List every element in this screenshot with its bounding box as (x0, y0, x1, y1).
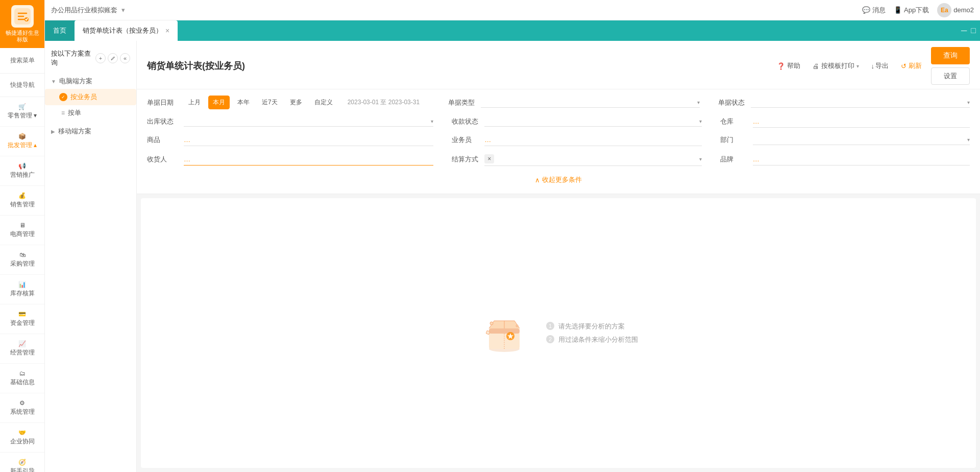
goods-ellipsis: … (184, 136, 190, 144)
sidebar-item-guide[interactable]: 🧭 新手引导 (0, 453, 44, 472)
sidebar-item-marketing[interactable]: 📢 营销推广 (0, 156, 44, 186)
date-last-month[interactable]: 上月 (184, 96, 205, 109)
scheme-group-mobile-header[interactable]: ▶ 移动端方案 (51, 124, 130, 139)
warehouse-ellipsis: … (753, 117, 760, 125)
help-icon: ❓ (777, 62, 785, 70)
scheme-active-dot: ✓ (59, 93, 67, 101)
add-scheme-button[interactable]: + (95, 53, 106, 63)
tab-home[interactable]: 首页 (45, 20, 75, 41)
svg-point-8 (490, 322, 493, 325)
hint-num-2: 2 (546, 335, 554, 343)
sidebar-item-enterprise[interactable]: 🤝 企业协同 (0, 423, 44, 453)
dept-label: 部门 (720, 135, 749, 145)
sidebar-item-operations[interactable]: 📈 经营管理 (0, 334, 44, 364)
sidebar: 畅捷通好生意 标版 搜索菜单 快捷导航 🛒 零售管理 ▾ 📦 批发管理 ▴ 📢 … (0, 0, 45, 472)
breadcrumb: 办公用品行业模拟账套 (51, 6, 117, 15)
stock-status-label: 出库状态 (147, 117, 176, 126)
staff-ellipsis: … (484, 136, 491, 144)
warehouse-select[interactable]: … (753, 115, 970, 128)
breadcrumb-arrow[interactable]: ▾ (121, 6, 125, 14)
tab-close-icon[interactable]: × (165, 27, 169, 34)
sidebar-item-finance[interactable]: 💳 资金管理 (0, 304, 44, 334)
export-button[interactable]: ↓ 导出 (868, 59, 892, 73)
print-button[interactable]: 🖨 按模板打印 ▾ (810, 59, 862, 73)
payment-method-select[interactable]: × ▾ (484, 152, 701, 166)
phone-icon: 📱 (894, 6, 902, 14)
settings-button[interactable]: 设置 (931, 67, 970, 85)
left-panel: 按以下方案查询 + « ▼ 电脑端方案 ✓ 按业务员 (45, 41, 137, 472)
filter-area: 单据日期 上月 本月 本年 近7天 更多 自定义 2023-03-01 至 20… (137, 89, 980, 194)
query-button[interactable]: 查询 (931, 47, 970, 64)
page-actions: ❓ 帮助 🖨 按模板打印 ▾ ↓ 导出 ↺ 刷新 (774, 47, 970, 85)
sidebar-item-inventory[interactable]: 📊 库存核算 (0, 275, 44, 304)
logo-area[interactable]: 畅捷通好生意 标版 (0, 0, 44, 48)
scheme-item-by-order[interactable]: ≡ 按单 (45, 105, 136, 121)
collapse-panel-button[interactable]: « (120, 53, 130, 63)
date-more[interactable]: 更多 (285, 96, 307, 109)
help-button[interactable]: ❓ 帮助 (774, 59, 803, 73)
filter-row-2: 出库状态 ▾ 收款状态 ▾ 仓库 (147, 115, 970, 128)
refresh-icon: ↺ (901, 62, 906, 70)
date-this-year[interactable]: 本年 (233, 96, 254, 109)
refresh-button[interactable]: ↺ 刷新 (898, 59, 925, 73)
sidebar-item-retail[interactable]: 🛒 零售管理 ▾ (0, 97, 44, 127)
date-custom[interactable]: 自定义 (310, 96, 337, 109)
base-icon: 🗂 (3, 370, 42, 377)
user-menu[interactable]: Ea demo2 (937, 3, 974, 17)
doc-type-group: 单据类型 ▾ (448, 98, 700, 108)
goods-select[interactable]: … (184, 134, 433, 146)
collapse-button[interactable]: ∧ 收起更多条件 (147, 172, 970, 187)
doc-status-group: 单据状态 ▾ (718, 98, 970, 108)
payment-status-select[interactable]: ▾ (484, 116, 701, 127)
staff-label: 业务员 (452, 135, 480, 145)
edit-scheme-button[interactable] (108, 53, 118, 63)
scheme-item-by-staff[interactable]: ✓ 按业务员 (45, 89, 136, 105)
doc-type-dropdown-icon: ▾ (697, 100, 700, 105)
print-dropdown-icon[interactable]: ▾ (856, 63, 859, 69)
message-icon: 💬 (862, 6, 870, 14)
sidebar-item-purchase[interactable]: 🛍 采购管理 (0, 245, 44, 275)
sidebar-item-ecommerce[interactable]: 🖥 电商管理 (0, 216, 44, 245)
brand-select[interactable]: … (753, 153, 970, 166)
operations-icon: 📈 (3, 340, 42, 347)
sidebar-item-base[interactable]: 🗂 基础信息 (0, 364, 44, 393)
app-download-button[interactable]: 📱 App下载 (894, 6, 929, 15)
sidebar-item-wholesale[interactable]: 📦 批发管理 ▴ (0, 127, 44, 156)
brand-group: 品牌 … (720, 153, 970, 166)
quick-nav[interactable]: 快捷导航 (0, 74, 44, 97)
payment-method-dropdown-icon: ▾ (699, 156, 702, 162)
right-content: 销货单统计表(按业务员) ❓ 帮助 🖨 按模板打印 ▾ ↓ 导出 (137, 41, 980, 472)
marketing-icon: 📢 (3, 162, 42, 170)
date-last7[interactable]: 近7天 (257, 96, 282, 109)
svg-rect-10 (486, 331, 490, 335)
staff-select[interactable]: … (484, 134, 701, 146)
search-menu-label[interactable]: 搜索菜单 (0, 53, 44, 68)
ecommerce-icon: 🖥 (3, 222, 42, 229)
stock-status-select[interactable]: ▾ (184, 116, 433, 127)
finance-icon: 💳 (3, 311, 42, 318)
doc-type-select[interactable]: ▾ (481, 98, 700, 108)
search-menu[interactable]: 搜索菜单 (0, 48, 44, 74)
doc-status-select[interactable]: ▾ (751, 98, 970, 108)
sidebar-item-sales[interactable]: 💰 销售管理 (0, 186, 44, 216)
payment-method-tag-close[interactable]: × (487, 155, 491, 162)
consignee-input[interactable]: … (184, 153, 433, 166)
scheme-group-pc-header[interactable]: ▼ 电脑端方案 (45, 74, 136, 89)
quick-nav-label[interactable]: 快捷导航 (0, 78, 44, 92)
dept-group: 部门 ▾ (720, 135, 970, 145)
tab-minimize-icon[interactable]: ─ (961, 26, 967, 35)
topbar-left: 办公用品行业模拟账套 ▾ (51, 6, 125, 15)
scheme-pc-arrow: ▼ (51, 79, 56, 84)
date-this-month[interactable]: 本月 (208, 96, 230, 109)
logo-text: 畅捷通好生意 标版 (3, 30, 42, 43)
doc-status-dropdown-icon: ▾ (967, 100, 970, 105)
tab-maximize-icon[interactable]: □ (971, 26, 976, 35)
empty-hint-1: 1 请先选择要分析的方案 (546, 322, 625, 331)
dept-select[interactable]: ▾ (753, 135, 970, 145)
tab-sales-stats[interactable]: 销货单统计表（按业务员） × (75, 20, 178, 41)
message-button[interactable]: 💬 消息 (862, 6, 886, 15)
sidebar-item-system[interactable]: ⚙ 系统管理 (0, 393, 44, 423)
left-panel-actions: + « (95, 53, 130, 63)
sub-scheme-label: 按单 (68, 108, 81, 117)
topbar: 办公用品行业模拟账套 ▾ 💬 消息 📱 App下载 Ea demo2 (45, 0, 980, 20)
